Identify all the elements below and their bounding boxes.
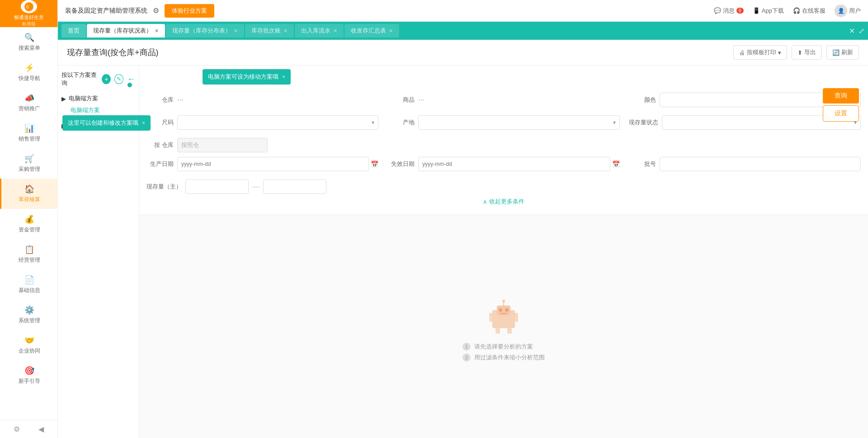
sidebar-item-search[interactable]: 🔍 搜索菜单 bbox=[0, 27, 57, 57]
expand-btn[interactable]: ⤢ bbox=[859, 27, 864, 35]
filter-row-1: 仓库 ··· 商品 ··· 颜色 ▾ bbox=[146, 93, 861, 111]
filter-add-btn[interactable]: + bbox=[102, 74, 111, 84]
goods-dots[interactable]: ··· bbox=[418, 96, 424, 104]
tooltip2-close[interactable]: × bbox=[142, 120, 145, 126]
logo-icon: 6 bbox=[21, 0, 37, 13]
search-icon: 🔍 bbox=[24, 33, 34, 42]
desktop-scheme-section: ▶ 电脑端方案 电脑端方案 bbox=[61, 93, 135, 116]
tab-in-out-flow-label: 出入库流水 bbox=[301, 27, 330, 35]
trial-btn[interactable]: 体验行业方案 bbox=[165, 4, 214, 18]
svg-rect-6 bbox=[500, 313, 507, 314]
origin-label: 产地 bbox=[387, 118, 415, 127]
size-select[interactable]: ▾ bbox=[177, 115, 378, 130]
app-download-item[interactable]: 📱 App下载 bbox=[753, 7, 784, 15]
tab-inventory-dist[interactable]: 现存量（库存分布表） ✕ bbox=[166, 24, 244, 38]
tabs-bar: 首页 现存量（库存状况表） ✕ 现存量（库存分布表） ✕ 库存批次账 ✕ 出入库… bbox=[58, 22, 868, 40]
tab-collect-summary-close[interactable]: ✕ bbox=[389, 28, 393, 34]
tab-batch-ledger[interactable]: 库存批次账 ✕ bbox=[245, 24, 294, 38]
tab-batch-ledger-close[interactable]: ✕ bbox=[283, 28, 288, 34]
filter-edit-btn[interactable]: ✎ bbox=[114, 74, 123, 84]
filter-origin: 产地 ▾ bbox=[387, 115, 619, 130]
right-content: 电脑方案可设为移动方案哦 × 仓库 ··· 商品 ··· bbox=[139, 66, 868, 438]
svg-point-4 bbox=[499, 308, 502, 312]
sidebar-label-inventory: 库存核算 bbox=[19, 196, 40, 203]
sidebar-item-sales[interactable]: 📊 销售管理 bbox=[0, 118, 57, 148]
filter-row-5: 现存量（主） — bbox=[146, 179, 861, 194]
sidebar-item-operations[interactable]: 📋 经营管理 bbox=[0, 239, 57, 269]
expiry-date-label: 失效日期 bbox=[387, 160, 415, 168]
settings-footer-btn[interactable]: ⚙ bbox=[14, 425, 20, 433]
warehouse-by-input[interactable]: 按照仓 bbox=[177, 138, 268, 152]
sidebar: 6 畅通道好生意 标准版 🔍 搜索菜单 ⚡ 快捷导航 📣 营销推广 📊 销售管理… bbox=[0, 0, 58, 438]
sidebar-item-marketing[interactable]: 📣 营销推广 bbox=[0, 88, 57, 118]
desktop-scheme-label: 电脑端方案 bbox=[69, 94, 98, 103]
print-btn[interactable]: 🖨 按模板打印 ▾ bbox=[733, 45, 787, 60]
tooltip-mobile: 电脑方案可设为移动方案哦 × bbox=[203, 69, 291, 85]
empty-hint-2: 2 用过滤条件来缩小分析范围 bbox=[462, 353, 545, 362]
sidebar-item-enterprise[interactable]: 🤝 企业协同 bbox=[0, 330, 57, 360]
refresh-btn[interactable]: 🔄 刷新 bbox=[826, 45, 859, 60]
close-all-tabs-btn[interactable]: ✕ bbox=[849, 27, 855, 35]
collapse-sidebar-btn[interactable]: ◀ bbox=[38, 425, 44, 433]
expiry-date-from-cal-icon[interactable]: 📅 bbox=[612, 160, 620, 168]
prod-date-label: 生产日期 bbox=[146, 160, 174, 168]
origin-select[interactable]: ▾ bbox=[418, 115, 619, 130]
color-label: 颜色 bbox=[629, 96, 656, 104]
user-item[interactable]: 👤 用户 bbox=[835, 5, 861, 17]
set-btn[interactable]: 设置 bbox=[823, 105, 859, 122]
sidebar-label-newbie: 新手引导 bbox=[19, 377, 40, 385]
tab-collect-summary[interactable]: 收发存汇总表 ✕ bbox=[344, 24, 399, 38]
expiry-date-from-input[interactable] bbox=[418, 157, 610, 171]
refresh-label: 刷新 bbox=[841, 48, 853, 57]
svg-point-0 bbox=[24, 2, 33, 11]
sidebar-item-inventory[interactable]: 🏠 库存核算 bbox=[0, 179, 57, 209]
filter-batch: 批号 bbox=[629, 157, 861, 171]
empty-hints: 1 请先选择要分析的方案 2 用过滤条件来缩小分析范围 bbox=[462, 343, 545, 362]
logo-sub: 标准版 bbox=[22, 21, 36, 27]
btn-group: 查询 设置 bbox=[823, 88, 859, 122]
support-item[interactable]: 🎧 在线客服 bbox=[793, 7, 826, 15]
prod-date-from-cal-icon[interactable]: 📅 bbox=[371, 160, 378, 168]
desktop-scheme-item[interactable]: 电脑端方案 bbox=[71, 104, 135, 116]
print-icon: 🖨 bbox=[739, 49, 745, 56]
svg-point-5 bbox=[505, 308, 509, 312]
stock-main-from-input[interactable] bbox=[185, 179, 249, 194]
message-badge: 6 bbox=[736, 8, 744, 14]
tab-inventory-status-label: 现存量（库存状况表） bbox=[93, 27, 152, 35]
tab-in-out-flow[interactable]: 出入库流水 ✕ bbox=[295, 24, 344, 38]
tab-inventory-dist-close[interactable]: ✕ bbox=[234, 28, 238, 34]
search-btn[interactable]: 查询 bbox=[823, 88, 859, 104]
user-label: 用户 bbox=[849, 7, 861, 15]
sidebar-item-basic[interactable]: 📄 基础信息 bbox=[0, 269, 57, 300]
collapse-bar[interactable]: ∧ 收起更多条件 bbox=[146, 194, 861, 209]
filter-row-4: 生产日期 📅 失效日期 📅 批号 bbox=[146, 157, 861, 175]
tab-in-out-flow-close[interactable]: ✕ bbox=[333, 28, 337, 34]
filter-row-3: 按 仓库 按照仓 bbox=[146, 138, 861, 152]
warehouse-label: 仓库 bbox=[146, 96, 174, 104]
tooltip1-close[interactable]: × bbox=[282, 74, 285, 80]
header-left: 装备及固定资产辅助管理系统 ⚙ 体验行业方案 bbox=[65, 4, 214, 18]
prod-date-from-input[interactable] bbox=[177, 157, 369, 171]
app-label: App下载 bbox=[762, 7, 784, 15]
tab-home[interactable]: 首页 bbox=[61, 24, 86, 38]
tab-inventory-status-close[interactable]: ✕ bbox=[155, 28, 159, 34]
settings-btn[interactable]: ⚙ bbox=[153, 6, 159, 15]
stock-main-to-input[interactable] bbox=[263, 179, 326, 194]
sidebar-item-quick-nav[interactable]: ⚡ 快捷导航 bbox=[0, 57, 57, 88]
tab-collect-summary-label: 收发存汇总表 bbox=[351, 27, 386, 35]
message-item[interactable]: 💬 消息 6 bbox=[714, 7, 744, 15]
warehouse-dots[interactable]: ··· bbox=[177, 96, 183, 104]
print-chevron: ▾ bbox=[778, 49, 781, 56]
desktop-scheme-item-label: 电脑端方案 bbox=[71, 106, 100, 114]
tab-inventory-status[interactable]: 现存量（库存状况表） ✕ bbox=[87, 24, 165, 38]
sidebar-item-finance[interactable]: 💰 资金管理 bbox=[0, 209, 57, 239]
desktop-scheme-toggle[interactable]: ▶ 电脑端方案 bbox=[61, 93, 135, 104]
sidebar-item-newbie[interactable]: 🎯 新手引导 bbox=[0, 360, 57, 391]
sidebar-item-purchase[interactable]: 🛒 采购管理 bbox=[0, 148, 57, 179]
sidebar-item-system[interactable]: ⚙️ 系统管理 bbox=[0, 300, 57, 330]
basic-icon: 📄 bbox=[24, 275, 34, 285]
batch-input[interactable] bbox=[660, 157, 861, 171]
svg-rect-11 bbox=[495, 328, 500, 334]
export-btn[interactable]: ⬆ 导出 bbox=[792, 45, 822, 60]
filter-back-btn[interactable]: ← bbox=[127, 75, 135, 84]
